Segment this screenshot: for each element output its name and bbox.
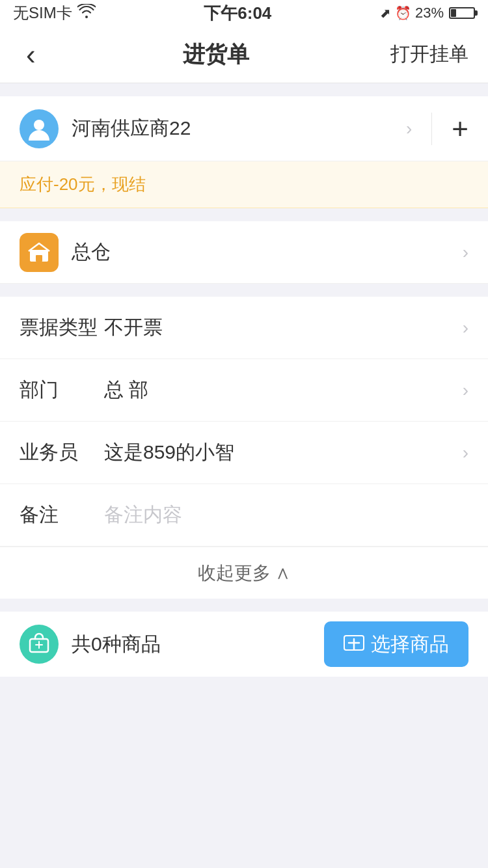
invoice-type-row[interactable]: 票据类型 不开票 › [0, 297, 488, 359]
select-product-button[interactable]: 选择商品 [324, 621, 468, 667]
wifi-icon [77, 4, 96, 22]
remark-row[interactable]: 备注 备注内容 [0, 484, 488, 547]
carrier-label: 无SIM卡 [13, 3, 72, 23]
department-value: 总 部 [104, 377, 463, 403]
department-label: 部门 [20, 377, 104, 403]
collapse-button[interactable]: 收起更多 ∧ [0, 547, 488, 599]
svg-point-0 [34, 120, 44, 130]
section-divider-3 [0, 284, 488, 297]
invoice-type-value: 不开票 [104, 314, 463, 341]
supplier-chevron-icon: › [406, 118, 412, 139]
svg-rect-2 [36, 255, 42, 262]
collapse-label: 收起更多 ∧ [198, 561, 291, 586]
salesperson-label: 业务员 [20, 439, 104, 466]
section-divider-2 [0, 208, 488, 221]
warehouse-icon-wrap [20, 233, 59, 272]
status-bar: 无SIM卡 下午6:04 ⬈ ⏰ 23% [0, 0, 488, 26]
nav-bar: ‹ 进货单 打开挂单 [0, 26, 488, 83]
product-icon-wrap [20, 625, 59, 664]
salesperson-value: 这是859的小智 [104, 439, 463, 466]
status-left: 无SIM卡 [13, 3, 96, 23]
supplier-row[interactable]: 河南供应商22 › + [0, 96, 488, 161]
select-product-label: 选择商品 [371, 631, 449, 658]
section-divider-1 [0, 83, 488, 96]
supplier-avatar [20, 109, 59, 148]
invoice-type-chevron-icon: › [463, 318, 468, 338]
bottom-section: 共0种商品 选择商品 [0, 612, 488, 677]
remark-placeholder: 备注内容 [104, 502, 468, 528]
warehouse-label: 总仓 [72, 239, 463, 265]
warehouse-row[interactable]: 总仓 › [0, 221, 488, 284]
battery-icon [449, 7, 475, 19]
form-section: 票据类型 不开票 › 部门 总 部 › 业务员 这是859的小智 › 备注 备注… [0, 297, 488, 599]
salesperson-row[interactable]: 业务员 这是859的小智 › [0, 422, 488, 484]
status-right: ⬈ ⏰ 23% [380, 5, 475, 21]
status-time: 下午6:04 [204, 2, 271, 25]
alarm-icon: ⏰ [395, 5, 411, 21]
remark-label: 备注 [20, 502, 104, 528]
notice-bar: 应付-20元，现结 [0, 161, 488, 208]
department-chevron-icon: › [463, 380, 468, 401]
notice-text: 应付-20元，现结 [20, 174, 146, 194]
location-icon: ⬈ [380, 5, 391, 21]
product-count: 共0种商品 [72, 631, 324, 658]
salesperson-chevron-icon: › [463, 442, 468, 463]
add-supplier-button[interactable]: + [452, 113, 468, 145]
invoice-type-label: 票据类型 [20, 314, 104, 341]
page-title: 进货单 [183, 40, 249, 70]
open-pending-button[interactable]: 打开挂单 [390, 41, 468, 68]
supplier-divider [431, 113, 432, 145]
supplier-name: 河南供应商22 [72, 115, 406, 142]
supplier-section: 河南供应商22 › + 应付-20元，现结 [0, 96, 488, 208]
warehouse-chevron-icon: › [463, 242, 468, 263]
department-row[interactable]: 部门 总 部 › [0, 359, 488, 422]
back-button[interactable]: ‹ [20, 32, 42, 77]
battery-percent: 23% [415, 5, 444, 21]
